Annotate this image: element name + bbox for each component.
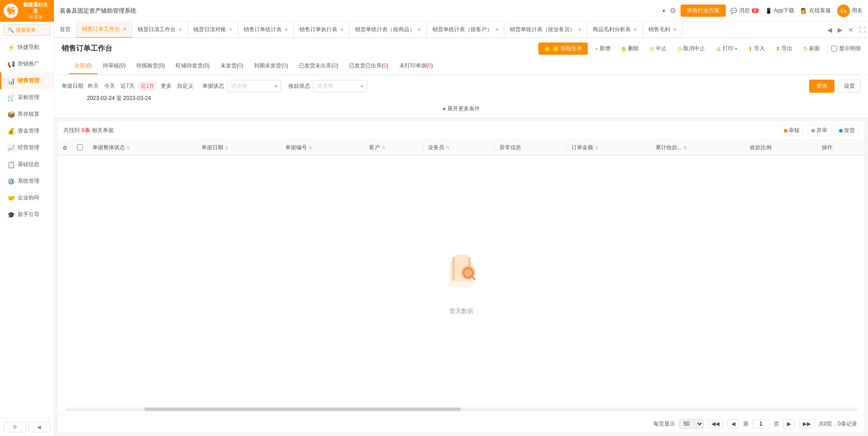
select-all-checkbox[interactable] (77, 144, 83, 150)
sub-tab-pending-review[interactable]: 待审核(0) (97, 58, 131, 74)
smart-create-button[interactable]: 🌟 🌟 智能生单 (538, 43, 588, 55)
close-tab-product-margin[interactable]: ✕ (633, 27, 637, 32)
horizontal-scrollbar[interactable] (65, 408, 857, 411)
date-1month-btn[interactable]: 近1月 (138, 81, 158, 91)
scrollbar-thumb[interactable] (144, 408, 461, 411)
query-button[interactable]: 查询 (809, 80, 834, 93)
last-page-button[interactable]: ▶▶ (799, 419, 815, 428)
sidebar-item-marketing[interactable]: 📢 营销推广 (0, 56, 54, 72)
tab-product-margin[interactable]: 商品毛利分析表 ✕ (587, 22, 643, 38)
tabs-next-button[interactable]: ▶ (835, 22, 845, 38)
close-tab-sales-exec[interactable]: ✕ (340, 27, 344, 32)
tabs-prev-button[interactable]: ◀ (825, 22, 835, 38)
page-size-select[interactable]: 50 10 20 100 (679, 419, 704, 429)
filter-row-1: 单据日期 昨天 今天 近7天 近1月 更多 自定义 单据状态 请选择 ▾ (62, 80, 861, 93)
date-more-btn[interactable]: 更多 (159, 81, 173, 91)
close-tab-sales-profit[interactable]: ✕ (673, 27, 676, 32)
date-7days-btn[interactable]: 近7天 (119, 81, 136, 91)
pause-button[interactable]: ⊘ 中止 (646, 43, 670, 54)
show-detail-checkbox[interactable] (831, 46, 837, 52)
show-detail-label[interactable]: 显示明细 (831, 45, 861, 52)
review-quick-button[interactable]: 审核 (780, 125, 804, 136)
sub-tab-expired-undelivered[interactable]: 到期未发货(0) (249, 58, 293, 74)
tab-sales-exec[interactable]: 销售订单执行表 ✕ (294, 22, 350, 38)
th-settings[interactable]: ⚙ (58, 140, 72, 156)
settings-filter-button[interactable]: 设置 (838, 80, 861, 93)
refresh-button[interactable]: ↻ 刷新 (800, 43, 824, 54)
tab-sales-summary-customer[interactable]: 销货单统计表（按客户） ✕ (427, 22, 504, 38)
sub-tab-delivered-out[interactable]: 已发货已出库(0) (344, 58, 394, 74)
sub-tab-unprinted[interactable]: 未打印单据(0) (394, 58, 439, 74)
page-number-input[interactable] (752, 419, 770, 428)
collapse-sidebar-button[interactable]: ◀ (28, 422, 51, 432)
add-button[interactable]: + 新增 (591, 43, 614, 54)
expand-title-button[interactable]: ▾ (662, 8, 665, 14)
date-yesterday-btn[interactable]: 昨天 (86, 81, 101, 91)
user-menu-button[interactable]: Ea 用友 (837, 5, 863, 17)
tab-sales-stats[interactable]: 销售订单统计表 ✕ (238, 22, 294, 38)
sidebar-item-purchase[interactable]: 🛒 采购管理 (0, 89, 54, 106)
date-custom-btn[interactable]: 自定义 (175, 81, 195, 91)
next-page-button[interactable]: ▶ (783, 419, 795, 428)
expand-more-button[interactable]: ▾ 展开更多条件 (62, 105, 861, 113)
sub-tab-undelivered[interactable]: 未发货(0) (215, 58, 249, 74)
cancel-review-quick-button[interactable]: 弃审 (807, 125, 831, 136)
online-service-button[interactable]: 💁 在线客服 (801, 7, 831, 14)
sidebar-item-guide[interactable]: 🎓 新手引导 (0, 206, 54, 223)
sub-tab-pending-inspect[interactable]: 待拣验货(0) (131, 58, 170, 74)
th-amount[interactable]: 订单金额 ⇅ (567, 140, 651, 156)
cancel-pause-button[interactable]: ⊙ 取消中止 (674, 43, 709, 54)
sub-tab-wangpu[interactable]: 旺铺待发货(0) (170, 58, 215, 74)
tab-cash-daily[interactable]: 钱货日清工作台 ✕ (132, 22, 188, 38)
maximize-button[interactable]: ⛶ (856, 22, 868, 38)
export-button[interactable]: ⬆ 导出 (772, 43, 796, 54)
topbar-settings-button[interactable]: ⚙ (670, 6, 676, 15)
settings-bottom-button[interactable]: ⚙ (4, 422, 26, 432)
close-tab-cash-reconcile[interactable]: ✕ (229, 27, 232, 32)
th-staff[interactable]: 业务员 ⇅ (423, 140, 495, 156)
sidebar-item-inventory[interactable]: 📦 库存核算 (0, 106, 54, 123)
sidebar-item-quick-nav[interactable]: ⚡ 快捷导航 (0, 39, 54, 56)
filter-payment-select[interactable]: 请选择 ▾ (313, 80, 367, 92)
prev-page-button[interactable]: ◀ (727, 419, 739, 428)
first-page-button[interactable]: ◀◀ (707, 419, 724, 428)
close-tab-sales-stats[interactable]: ✕ (284, 27, 288, 32)
sidebar-logo: 畅 畅捷通好生意 标准版 (0, 0, 54, 22)
sidebar-item-finance[interactable]: 💰 资金管理 (0, 123, 54, 139)
system-title: 装备及固定资产辅助管理系统 (60, 7, 658, 15)
sidebar-item-base-info[interactable]: 📋 基础信息 (0, 156, 54, 173)
import-button[interactable]: ⬇ 导入 (744, 43, 768, 54)
app-download-button[interactable]: 📱 App下载 (765, 7, 794, 14)
tab-sales-summary-product[interactable]: 销货单统计表（按商品） ✕ (350, 22, 427, 38)
close-tab-sales-summary-product[interactable]: ✕ (417, 27, 421, 32)
deliver-quick-button[interactable]: 发货 (835, 125, 859, 136)
close-tab-sales-summary-staff[interactable]: ✕ (578, 27, 581, 32)
sidebar-item-operation[interactable]: 📈 经营管理 (0, 139, 54, 156)
sub-tab-delivered-not-out[interactable]: 已发货未出库(0) (293, 58, 344, 74)
tab-home[interactable]: 首页 (54, 22, 77, 38)
search-menu-button[interactable]: 🔍 搜索菜单 (4, 24, 50, 36)
tab-sales-summary-staff[interactable]: 销货单统计表（按业务员） ✕ (504, 22, 587, 38)
tab-sales-workbench[interactable]: 销售订单工作台 ✕ (77, 22, 132, 38)
th-date[interactable]: 单据日期 ⇅ (197, 140, 280, 156)
tab-sales-profit[interactable]: 销售毛利 ✕ (643, 22, 682, 38)
industry-solution-button[interactable]: 体验行业方案 (681, 5, 726, 17)
sidebar-item-system[interactable]: ⚙️ 系统管理 (0, 173, 54, 190)
close-tab-cash-daily[interactable]: ✕ (178, 27, 182, 32)
close-tab-sales-workbench[interactable]: ✕ (123, 27, 126, 32)
sidebar-item-enterprise[interactable]: 🤝 企业协同 (0, 190, 54, 206)
filter-status-select[interactable]: 请选择 ▾ (227, 80, 281, 92)
message-button[interactable]: 💬 消息 6 (730, 7, 759, 14)
th-customer[interactable]: 客户 ⇅ (364, 140, 423, 156)
tab-cash-reconcile[interactable]: 钱货日清对账 ✕ (188, 22, 238, 38)
date-today-btn[interactable]: 今天 (102, 81, 117, 91)
close-tab-sales-summary-customer[interactable]: ✕ (495, 27, 499, 32)
th-collected[interactable]: 累计收款... ⇅ (651, 140, 745, 156)
delete-button[interactable]: 🗑 删除 (618, 43, 643, 54)
sidebar-item-sales[interactable]: 📊 销售管理 (0, 72, 54, 89)
sub-tab-all[interactable]: 全部(0) (69, 58, 97, 74)
print-button[interactable]: 🖨 打印 ▾ (712, 43, 741, 54)
th-number[interactable]: 单据编号 ⇅ (281, 140, 364, 156)
th-status[interactable]: 单据整体状态 ⇅ (88, 140, 197, 156)
close-all-tabs-button[interactable]: ✕ (845, 22, 856, 38)
